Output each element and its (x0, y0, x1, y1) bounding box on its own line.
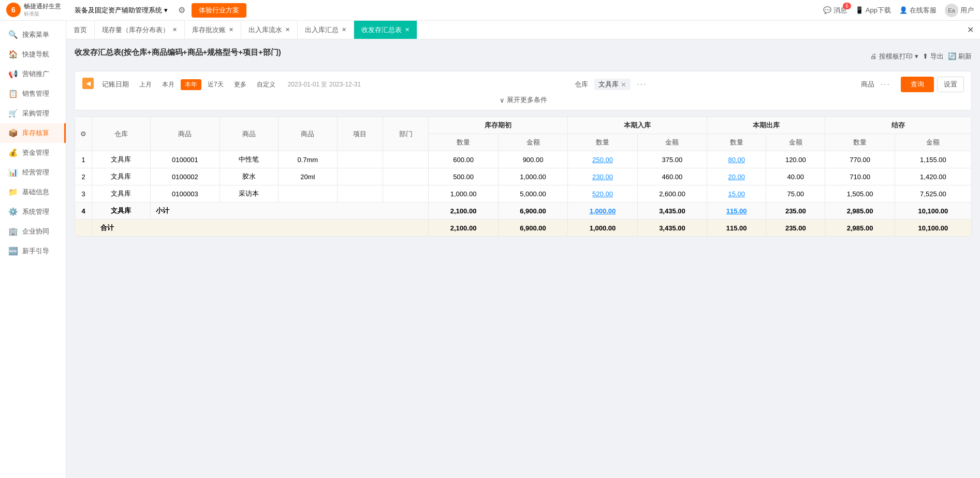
row-out-qty[interactable]: 15.00 (707, 185, 766, 202)
tab-close-batch[interactable]: ✕ (229, 26, 233, 33)
sales-icon: 📋 (8, 89, 18, 98)
print-icon: 🖨 (870, 52, 877, 60)
sidebar-item-corp[interactable]: 🏢 企业协同 (0, 222, 66, 241)
row-in-qty[interactable]: 520.00 (568, 185, 637, 202)
guide-icon: 🆕 (8, 247, 18, 256)
sidebar-label-system: 系统管理 (22, 207, 49, 216)
sidebar-item-quick[interactable]: 🏠 快捷导航 (0, 45, 66, 64)
tab-close-receive-send[interactable]: ✕ (405, 26, 409, 33)
tab-batch[interactable]: 库存批次账 ✕ (185, 21, 241, 39)
close-all-tabs-button[interactable]: ✕ (961, 25, 980, 35)
filter-row-date: 记账日期 上月 本月 本年 近7天 更多 自定义 2023-01-01 至 20… (102, 77, 964, 92)
user-item[interactable]: Ea 用户 (945, 4, 974, 17)
sub-open-qty: 2,100.00 (429, 202, 498, 220)
date-btn-7days[interactable]: 近7天 (203, 79, 228, 90)
th-group-open: 库存期初 (429, 117, 568, 134)
total-row: 合计 2,100.00 6,900.00 1,000.00 3,435.00 1… (75, 220, 972, 237)
system-name-dropdown[interactable]: 装备及固定资产辅助管理系统 ▾ (75, 6, 168, 15)
sidebar-label-purchase: 采购管理 (22, 109, 49, 118)
tab-flow-label: 出入库流水 (248, 25, 282, 35)
sub-in-qty[interactable]: 1,000.00 (568, 202, 637, 220)
online-service-item[interactable]: 👤 在线客服 (899, 6, 937, 15)
sidebar-label-guide: 新手引导 (22, 247, 49, 256)
date-btn-more[interactable]: 更多 (230, 79, 251, 90)
row-in-amt: 2,600.00 (637, 185, 707, 202)
total-bal-qty: 2,985.00 (825, 220, 895, 237)
date-buttons: 上月 本月 本年 近7天 更多 自定义 (135, 79, 280, 90)
sub-out-qty[interactable]: 115.00 (707, 202, 766, 220)
sub-out-amt: 235.00 (766, 202, 825, 220)
row-project (337, 168, 383, 185)
app-name: 畅捷通好生意 (24, 3, 61, 10)
table-row: 3 文具库 0100003 采访本 1,000.00 5,000.00 520.… (75, 185, 972, 202)
sidebar-item-system[interactable]: ⚙️ 系统管理 (0, 202, 66, 222)
sidebar-item-marketing[interactable]: 📢 营销推广 (0, 64, 66, 84)
export-btn[interactable]: ⬆ 导出 (923, 52, 944, 61)
total-label-cell: 合计 (92, 220, 429, 237)
row-bal-amt: 1,155.00 (895, 151, 971, 168)
sidebar-item-base[interactable]: 📁 基础信息 (0, 182, 66, 202)
row-in-qty[interactable]: 250.00 (568, 151, 637, 168)
row-bal-qty: 1,505.00 (825, 185, 895, 202)
row-dept (383, 151, 429, 168)
th-in-amt: 金额 (637, 134, 707, 151)
row-in-amt: 460.00 (637, 168, 707, 185)
subtotal-row: 4 文具库 小计 2,100.00 6,900.00 1,000.00 3,43… (75, 202, 972, 220)
date-btn-last-month[interactable]: 上月 (135, 79, 156, 90)
message-item[interactable]: 💬 消息 6 (823, 6, 847, 15)
total-out-qty: 115.00 (707, 220, 766, 237)
row-name: 胶水 (220, 168, 279, 185)
date-btn-this-month[interactable]: 本月 (158, 79, 179, 90)
sidebar-item-sales[interactable]: 📋 销售管理 (0, 84, 66, 104)
sidebar-label-search: 搜索菜单 (22, 30, 49, 39)
total-open-qty: 2,100.00 (429, 220, 498, 237)
date-range-display: 2023-01-01 至 2023-12-31 (288, 80, 361, 89)
marketing-icon: 📢 (8, 69, 18, 79)
trial-button[interactable]: 体验行业方案 (192, 3, 246, 18)
tab-close-summary[interactable]: ✕ (342, 26, 346, 33)
collapse-arrow-icon: ◀ (86, 80, 91, 87)
row-open-qty: 600.00 (429, 151, 498, 168)
sidebar-item-operation[interactable]: 📊 经营管理 (0, 163, 66, 182)
top-right-area: 💬 消息 6 📱 App下载 👤 在线客服 Ea 用户 (823, 4, 974, 17)
goods-dots[interactable]: ··· (881, 80, 890, 89)
sidebar-item-inventory[interactable]: 📦 库存核算 (0, 123, 66, 143)
row-in-qty[interactable]: 230.00 (568, 168, 637, 185)
data-table: ⚙ 仓库 商品 商品 商品 项目 部门 库存期初 本期入库 本期出库 结存 (75, 117, 972, 237)
warehouse-selected-tag: 文具库 ✕ (594, 79, 631, 90)
tab-receive-send[interactable]: 收发存汇总表 ✕ (354, 21, 417, 39)
app-download-item[interactable]: 📱 App下载 (855, 6, 891, 15)
sidebar-item-purchase[interactable]: 🛒 采购管理 (0, 104, 66, 123)
tab-home[interactable]: 首页 (66, 21, 95, 39)
gear-icon[interactable]: ⚙ (178, 5, 185, 15)
sidebar-label-operation: 经营管理 (22, 168, 49, 177)
sidebar-item-finance[interactable]: 💰 资金管理 (0, 143, 66, 163)
warehouse-remove-btn[interactable]: ✕ (621, 81, 626, 89)
refresh-btn[interactable]: 🔄 刷新 (948, 52, 972, 61)
tab-flow[interactable]: 出入库流水 ✕ (241, 21, 298, 39)
row-out-qty[interactable]: 80.00 (707, 151, 766, 168)
sidebar-label-finance: 资金管理 (22, 148, 49, 157)
query-button[interactable]: 查询 (901, 77, 934, 92)
setting-button[interactable]: 设置 (937, 77, 964, 92)
tab-summary[interactable]: 出入库汇总 ✕ (298, 21, 354, 39)
tab-stock-dist[interactable]: 现存量（库存分布表） ✕ (95, 21, 185, 39)
row-out-qty[interactable]: 20.00 (707, 168, 766, 185)
warehouse-dots[interactable]: ··· (637, 80, 647, 89)
date-btn-this-year[interactable]: 本年 (181, 79, 201, 90)
row-spec: 20ml (278, 168, 337, 185)
th-settings[interactable]: ⚙ (75, 117, 92, 151)
tab-close-flow[interactable]: ✕ (285, 26, 290, 33)
total-empty-1 (75, 220, 92, 237)
base-icon: 📁 (8, 187, 18, 197)
print-btn[interactable]: 🖨 按模板打印 ▾ (870, 52, 918, 61)
sidebar-item-search[interactable]: 🔍 搜索菜单 (0, 25, 66, 45)
filter-collapse-btn[interactable]: ◀ (82, 78, 94, 89)
tab-close-stock-dist[interactable]: ✕ (172, 26, 177, 33)
th-group-in: 本期入库 (568, 117, 707, 134)
date-btn-custom[interactable]: 自定义 (253, 79, 280, 90)
sub-label: 小计 (150, 202, 429, 220)
table-row: 2 文具库 0100002 胶水 20ml 500.00 1,000.00 23… (75, 168, 972, 185)
expand-conditions-btn[interactable]: ∨ 展开更多条件 (82, 95, 964, 105)
sidebar-item-guide[interactable]: 🆕 新手引导 (0, 241, 66, 261)
